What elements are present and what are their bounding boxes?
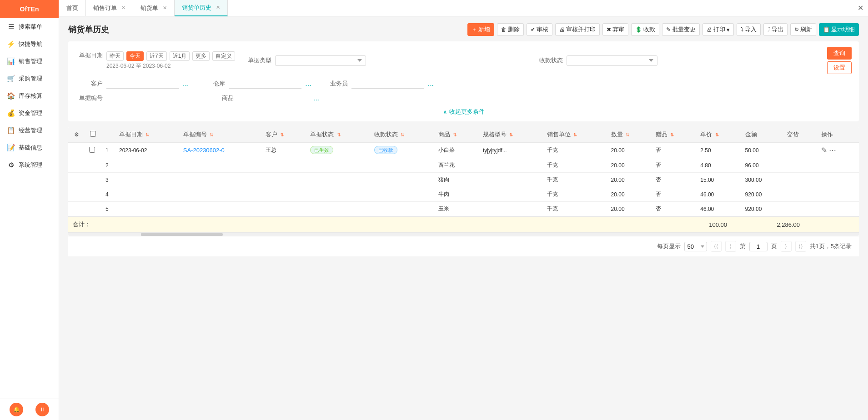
goods-dots[interactable]: ... (314, 95, 320, 102)
docno-input[interactable] (106, 93, 197, 103)
th-spec[interactable]: 规格型号 ⇅ (478, 127, 542, 143)
cell-checkbox (85, 158, 101, 173)
sidebar-action-btn-2[interactable]: ⏸ (35, 403, 49, 416)
cell-customer (261, 202, 306, 216)
prev-page-button[interactable]: ⟨ (725, 241, 736, 252)
sort-gift-icon: ⇅ (670, 132, 674, 137)
new-button[interactable]: ＋ 新增 (467, 23, 494, 36)
page-number-input[interactable] (749, 242, 768, 251)
date-btn-7days[interactable]: 近7天 (146, 51, 167, 61)
th-docno[interactable]: 单据编号 ⇅ (179, 127, 261, 143)
th-payment-status[interactable]: 收款状态 ⇅ (370, 127, 434, 143)
audit-button[interactable]: ✔ 审核 (527, 23, 552, 36)
sidebar-action-btn-1[interactable]: 🔔 (10, 403, 23, 416)
sidebar-item-search-menu[interactable]: ☰ 搜索菜单 (0, 18, 59, 35)
business-input[interactable] (351, 79, 424, 89)
warehouse-input[interactable] (229, 79, 301, 89)
cell-checkbox (85, 202, 101, 216)
th-date[interactable]: 单据日期 ⇅ (115, 127, 179, 143)
sidebar-item-label: 快捷导航 (19, 40, 42, 48)
cell-checkbox (85, 143, 101, 158)
sidebar-item-system-mgmt[interactable]: ⚙ 系统管理 (0, 156, 59, 174)
th-gift[interactable]: 赠品 ⇅ (651, 127, 696, 143)
export-button[interactable]: ⤴ 导出 (763, 23, 788, 36)
refresh-button[interactable]: ↻ 刷新 (790, 23, 816, 36)
date-btn-more[interactable]: 更多 (192, 51, 210, 61)
th-doc-status[interactable]: 单据状态 ⇅ (306, 127, 370, 143)
data-table: ⚙ 单据日期 ⇅ 单据编号 ⇅ (68, 127, 859, 216)
horizontal-scrollbar[interactable] (68, 232, 859, 236)
sidebar-item-finance[interactable]: 💰 资金管理 (0, 105, 59, 122)
customer-input[interactable] (106, 79, 179, 89)
doc-type-select[interactable] (275, 55, 366, 66)
date-btn-yesterday[interactable]: 昨天 (106, 51, 124, 61)
more-action-btn[interactable]: ⋯ (829, 146, 836, 154)
print-button[interactable]: 🖨 打印 ▾ (702, 23, 734, 36)
pagination-bar: 每页显示 50 20 100 200 ⟨⟨ ⟨ 第 页 ⟩ ⟩⟩ 共1页，5条记… (68, 236, 859, 256)
sidebar-item-inventory[interactable]: 🏠 库存核算 (0, 87, 59, 105)
tab-sales-history[interactable]: 销货单历史 ✕ (175, 0, 228, 16)
tab-sales-order-label: 销售订单 (93, 4, 117, 12)
tab-sales-order[interactable]: 销售订单 ✕ (86, 0, 133, 16)
business-dots[interactable]: ... (428, 80, 434, 87)
cell-spec (478, 158, 542, 173)
next-page-button[interactable]: ⟩ (781, 241, 792, 252)
cell-spec (478, 173, 542, 187)
tab-sales-invoice-label: 销货单 (140, 4, 158, 12)
sidebar-item-purchase-mgmt[interactable]: 🛒 采购管理 (0, 70, 59, 87)
sidebar-item-basic-info[interactable]: 📝 基础信息 (0, 139, 59, 156)
tab-sales-order-close[interactable]: ✕ (121, 5, 125, 11)
cell-goods: 猪肉 (434, 173, 478, 187)
sidebar-item-sales-mgmt[interactable]: 📊 销售管理 (0, 53, 59, 70)
tab-sales-history-close[interactable]: ✕ (216, 5, 220, 10)
date-btn-today[interactable]: 今天 (126, 51, 144, 61)
purchase-icon: 🛒 (7, 75, 15, 83)
tab-sales-invoice-close[interactable]: ✕ (163, 5, 167, 11)
scrollbar-thumb[interactable] (141, 233, 223, 236)
cell-seq: 2 (101, 158, 115, 173)
edit-action-btn[interactable]: ✎ (821, 146, 827, 154)
th-unit-label: 销售单位 (547, 131, 571, 138)
collapse-button[interactable]: ∧ 收起更多条件 (75, 108, 852, 116)
th-unit[interactable]: 销售单位 ⇅ (542, 127, 607, 143)
doc-type-filter: 单据类型 (244, 55, 527, 66)
th-delivery: 交货 (783, 127, 817, 143)
th-settings[interactable]: ⚙ (68, 127, 85, 143)
first-page-button[interactable]: ⟨⟨ (711, 241, 722, 252)
row-checkbox[interactable] (89, 147, 95, 153)
batch-change-button[interactable]: ✎ 批量变更 (662, 23, 700, 36)
collect-button[interactable]: 💲 收款 (631, 23, 659, 36)
setup-button[interactable]: 设置 (827, 61, 852, 74)
payment-status-select[interactable] (567, 55, 657, 66)
cell-payment-status: 已收款 (370, 143, 434, 158)
customer-dots[interactable]: ... (183, 80, 189, 87)
window-close-btn[interactable]: ✕ (858, 4, 863, 12)
query-button[interactable]: 查询 (827, 47, 852, 60)
th-customer[interactable]: 客户 ⇅ (261, 127, 306, 143)
cell-gift: 否 (651, 187, 696, 202)
audit-print-button[interactable]: 🖨 审核并打印 (555, 23, 600, 36)
delete-button[interactable]: 🗑 删除 (497, 23, 524, 36)
abandon-button[interactable]: ✖ 弃审 (602, 23, 628, 36)
th-goods[interactable]: 商品 ⇅ (434, 127, 478, 143)
th-qty[interactable]: 数量 ⇅ (607, 127, 651, 143)
select-all-checkbox[interactable] (90, 131, 96, 137)
search-menu-icon: ☰ (7, 23, 15, 31)
page-size-select[interactable]: 50 20 100 200 (684, 242, 707, 251)
sidebar-item-label: 基础信息 (19, 144, 42, 152)
date-btn-custom[interactable]: 自定义 (212, 51, 235, 61)
tab-home[interactable]: 首页 (59, 0, 86, 16)
warehouse-dots[interactable]: ... (305, 80, 311, 87)
import-button[interactable]: ⤵ 导入 (737, 23, 761, 36)
docno-link[interactable]: SA-20230602-0 (183, 147, 225, 154)
sidebar-item-quick-nav[interactable]: ⚡ 快捷导航 (0, 35, 59, 53)
date-range-text: 2023-06-02 至 2023-06-02 (106, 62, 235, 70)
sidebar-item-operations[interactable]: 📋 经营管理 (0, 122, 59, 139)
cell-customer: 王总 (261, 143, 306, 158)
th-price[interactable]: 单价 ⇅ (696, 127, 740, 143)
date-btn-1month[interactable]: 近1月 (170, 51, 190, 61)
goods-input[interactable] (237, 93, 310, 103)
tab-sales-invoice[interactable]: 销货单 ✕ (133, 0, 175, 16)
show-detail-button[interactable]: 📋 显示明细 (819, 23, 859, 36)
last-page-button[interactable]: ⟩⟩ (795, 241, 806, 252)
